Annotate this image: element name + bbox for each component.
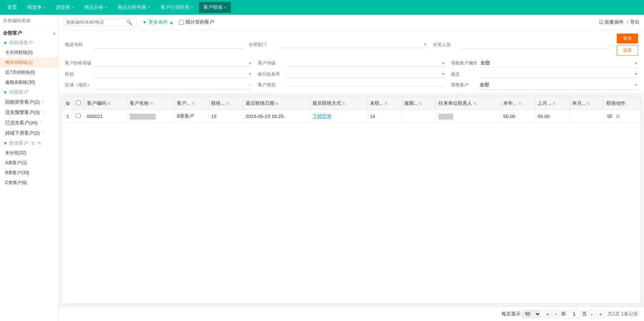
sort-code-icon: ⇅ bbox=[107, 101, 110, 106]
filter-retail-customer: 零散客户 全部 ▼ bbox=[451, 80, 638, 90]
nav-item-customer-tier[interactable]: 客户分层经营 × bbox=[156, 2, 197, 13]
col-overdue[interactable]: 逾期... ⇅ bbox=[402, 97, 436, 110]
sidebar-problem-group: ▼ 问题客户 bbox=[0, 87, 59, 97]
row-this-month bbox=[570, 110, 604, 123]
batch-icon: ☑ bbox=[599, 20, 603, 25]
sidebar-search-box: 🔍 bbox=[0, 15, 59, 27]
col-contact-count[interactable]: 联络... ⇅ bbox=[209, 97, 243, 110]
row-contact-count: 15 bbox=[209, 110, 243, 123]
dept-select[interactable]: ▼ bbox=[277, 41, 427, 48]
my-customers-check[interactable] bbox=[179, 20, 184, 25]
close-sales-icon[interactable]: × bbox=[43, 5, 45, 10]
close-purchase-icon[interactable]: × bbox=[71, 5, 74, 10]
sidebar-collapse-icon[interactable]: « bbox=[53, 31, 56, 36]
next-page-btn[interactable]: › bbox=[588, 310, 595, 318]
row-last-contact-method[interactable]: 下销货单 bbox=[310, 110, 367, 123]
col-year-amount[interactable]: 本年... ⇅ bbox=[501, 97, 535, 110]
sidebar-item-churn-warning[interactable]: 流失预警客户(3) ? bbox=[0, 107, 59, 118]
value-group-refresh-icon[interactable]: ↻ bbox=[31, 141, 35, 146]
gender-select[interactable]: ▼ bbox=[94, 71, 252, 77]
retail-customer-select[interactable]: 全部 ▼ bbox=[480, 80, 638, 90]
col-last-month[interactable]: 上月... ⇅ bbox=[535, 97, 570, 110]
sidebar-item-today[interactable]: 今天待联络(0) bbox=[0, 48, 59, 58]
phone-action-icon[interactable]: ☎ bbox=[606, 113, 613, 119]
sidebar-item-c-class[interactable]: C类客户(6) bbox=[0, 178, 59, 188]
gender-chevron-icon: ▼ bbox=[248, 72, 252, 76]
nav-item-goods-analysis[interactable]: 商品分析 × bbox=[80, 2, 112, 13]
sidebar-all-customers[interactable]: 全部客户 « bbox=[0, 27, 59, 38]
batch-operation-btn[interactable]: ☑ 批量操作 bbox=[599, 19, 624, 25]
nav-item-purchase[interactable]: 进货单 × bbox=[51, 2, 78, 13]
prev-page-btn[interactable]: ‹ bbox=[553, 310, 560, 318]
sidebar-item-abnormal[interactable]: 回购异常客户(2) ? bbox=[0, 97, 59, 107]
nav-item-sales[interactable]: 销货单 × bbox=[23, 2, 50, 13]
customer-type-select[interactable] bbox=[287, 84, 445, 86]
page-number-input[interactable] bbox=[567, 310, 581, 318]
phone-input[interactable] bbox=[94, 41, 243, 49]
checkbox-th[interactable] bbox=[73, 97, 84, 110]
retail-attr-chevron-icon: ▼ bbox=[634, 61, 638, 65]
payment-select[interactable]: ▼ bbox=[287, 71, 445, 77]
gear-icon[interactable]: ⚙ bbox=[66, 101, 70, 106]
sidebar: 🔍 全部客户 « ▼ 待联络客户 今天待联络(0) 明天待联络(1) 近7天待联… bbox=[0, 15, 59, 321]
close-customer-tier-icon[interactable]: × bbox=[191, 5, 193, 10]
value-group-edit-icon[interactable]: ✎ bbox=[38, 141, 42, 146]
manager-dots-icon[interactable]: ··· bbox=[606, 42, 611, 48]
settings-button[interactable]: 设置 bbox=[617, 45, 638, 56]
col-not-contacted[interactable]: 未联... ⇅ bbox=[367, 97, 402, 110]
nav-item-goods-analysis-list[interactable]: 商品分析列表 × bbox=[113, 2, 154, 13]
export-btn[interactable]: ↑ 导出 bbox=[627, 19, 640, 25]
sidebar-item-declining[interactable]: 持续下滑客户(2) ? bbox=[0, 128, 59, 138]
col-customer-name[interactable]: 客户名称 ⇅ bbox=[127, 97, 174, 110]
row-checkbox[interactable] bbox=[73, 110, 84, 123]
col-customer-type[interactable]: 客户... ⇅ bbox=[174, 97, 209, 110]
close-goods-list-icon[interactable]: × bbox=[148, 5, 150, 10]
filter-chevron-icon: ▲ bbox=[169, 20, 174, 25]
col-contact-person[interactable]: 往来单位联系人 ⇅ bbox=[436, 97, 501, 110]
filter-icon: ▼ bbox=[142, 20, 147, 25]
col-last-contact-method[interactable]: 最后联络方式 ⇅ bbox=[310, 97, 367, 110]
sidebar-item-ungrouped[interactable]: 未分组(32) bbox=[0, 148, 59, 158]
row-last-contact-date: 2023-05-23 18:25: bbox=[243, 110, 310, 123]
sidebar-item-tomorrow[interactable]: 明天待联络(1) bbox=[0, 58, 59, 68]
sidebar-item-b-class[interactable]: B类客户(33) bbox=[0, 168, 59, 178]
close-customer-contact-icon[interactable]: × bbox=[224, 5, 226, 10]
gear-th[interactable]: ⚙ bbox=[62, 97, 73, 110]
customer-level-select[interactable]: ▼ bbox=[287, 60, 445, 67]
search-icon[interactable]: 🔍 bbox=[126, 20, 132, 25]
search-input[interactable] bbox=[66, 20, 125, 25]
nav-item-customer-contact[interactable]: 客户联络 × bbox=[199, 2, 231, 13]
retail-attr-select[interactable]: 全部 ▼ bbox=[480, 59, 638, 68]
more-action-icon[interactable]: ⊞ bbox=[616, 113, 620, 119]
content-area: 🔍 ▼ 更多条件 ▲ 我分管的客户 ☑ 批量操作 ↑ 导出 bbox=[59, 15, 644, 321]
sidebar-item-overdue[interactable]: 逾期未联络(30) bbox=[0, 77, 59, 87]
filter-gender: 性别 ▼ bbox=[65, 71, 252, 77]
status-select[interactable]: ▼ bbox=[480, 71, 638, 77]
my-customers-checkbox[interactable]: 我分管的客户 bbox=[179, 19, 214, 25]
retail-customer-chevron-icon: ▼ bbox=[634, 83, 638, 87]
query-button[interactable]: 查询 bbox=[617, 34, 638, 44]
last-page-btn[interactable]: » bbox=[597, 310, 605, 318]
col-customer-code[interactable]: 客户编码 ⇅ bbox=[84, 97, 127, 110]
row-select-checkbox[interactable] bbox=[76, 113, 81, 118]
price-level-select[interactable]: ▼ bbox=[94, 60, 252, 67]
region-dots-icon[interactable]: ··· bbox=[248, 82, 252, 88]
filter-row-2: 客户价格等级 ▼ 客户等级 ▼ 零散客户属性 全部 bbox=[65, 59, 638, 68]
select-all-checkbox[interactable] bbox=[76, 100, 81, 105]
row-customer-name[interactable]: ████ bbox=[127, 110, 174, 123]
row-contact-person: ██ bbox=[436, 110, 501, 123]
close-goods-analysis-icon[interactable]: × bbox=[105, 5, 107, 10]
nav-home[interactable]: 首页 bbox=[3, 2, 21, 13]
first-page-btn[interactable]: « bbox=[544, 310, 552, 318]
sidebar-item-7days[interactable]: 近7天待联络(0) bbox=[0, 68, 59, 77]
per-page-select[interactable]: 50 10 20 100 bbox=[522, 310, 541, 318]
row-year-amount: 50.00 bbox=[501, 110, 535, 123]
col-last-contact-date[interactable]: 最后联络日期 ⇅ bbox=[243, 97, 310, 110]
sidebar-search-input[interactable] bbox=[3, 18, 58, 23]
customer-level-chevron-icon: ▼ bbox=[441, 61, 445, 65]
more-filter-btn[interactable]: ▼ 更多条件 ▲ bbox=[140, 18, 176, 27]
sidebar-item-a-class[interactable]: A类客户(1) bbox=[0, 158, 59, 168]
sidebar-item-churned[interactable]: 已流失客户(24) ? bbox=[0, 118, 59, 128]
export-icon: ↑ bbox=[627, 20, 629, 25]
col-this-month[interactable]: 本月... ⇅ bbox=[570, 97, 604, 110]
